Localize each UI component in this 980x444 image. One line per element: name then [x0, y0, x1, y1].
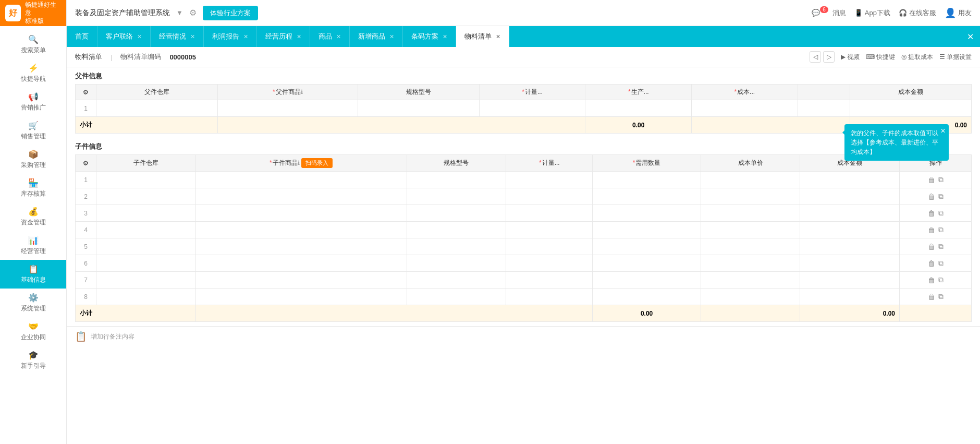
child-row-3-goods[interactable] [195, 205, 407, 222]
app-download-item[interactable]: 📱 App下载 [854, 8, 890, 18]
nav-tab-bom-close[interactable]: ✕ [496, 33, 500, 40]
nav-tab-ops-history[interactable]: 经营历程✕ [257, 26, 310, 47]
child-row-6-cost-unit-price[interactable] [701, 255, 800, 272]
scan-input-button[interactable]: 扫码录入 [301, 158, 333, 168]
sidebar-item-finance[interactable]: 💰资金管理 [0, 202, 66, 231]
child-row-3-delete-icon[interactable]: 🗑 [928, 209, 935, 218]
child-row-5-goods[interactable] [195, 238, 407, 255]
nav-tab-operations-status-close[interactable]: ✕ [190, 33, 195, 40]
dropdown-arrow-icon[interactable]: ▼ [176, 9, 183, 17]
extract-cost-button[interactable]: ◎ 提取成本 [901, 53, 933, 62]
child-row-2-delete-icon[interactable]: 🗑 [928, 193, 935, 201]
child-row-5-needed-qty[interactable] [593, 238, 701, 255]
sidebar-item-system[interactable]: ⚙️系统管理 [0, 289, 66, 317]
child-row-1-goods[interactable] [195, 172, 407, 188]
child-row-8-spec[interactable] [407, 289, 506, 305]
parent-row-1-production[interactable] [585, 100, 692, 117]
child-row-7-delete-icon[interactable]: 🗑 [928, 276, 935, 284]
child-row-4-unit[interactable] [506, 222, 593, 238]
child-row-1-needed-qty[interactable] [593, 172, 701, 188]
shortcut-button[interactable]: ⌨ 快捷键 [866, 53, 895, 62]
child-row-4-warehouse[interactable] [96, 222, 196, 238]
child-row-4-goods[interactable] [195, 222, 407, 238]
sidebar-item-purchase[interactable]: 📦采购管理 [0, 145, 66, 174]
child-row-3-unit[interactable] [506, 205, 593, 222]
parent-row-1-cost-amount[interactable] [850, 100, 971, 117]
child-row-2-cost-unit-price[interactable] [701, 188, 800, 205]
child-row-8-goods[interactable] [195, 289, 407, 305]
nav-tab-new-goods-close[interactable]: ✕ [389, 33, 394, 40]
parent-row-1-cost[interactable] [692, 100, 798, 117]
child-row-8-copy-icon[interactable]: ⧉ [938, 292, 944, 301]
online-service-item[interactable]: 🎧 在线客服 [899, 8, 936, 18]
nav-close-all-button[interactable]: ✕ [961, 32, 980, 42]
child-row-1-copy-icon[interactable]: ⧉ [938, 175, 944, 184]
view-button[interactable]: ▶ 视频 [841, 53, 860, 62]
child-row-6-unit[interactable] [506, 255, 593, 272]
child-row-5-warehouse[interactable] [96, 238, 196, 255]
child-row-1-delete-icon[interactable]: 🗑 [928, 176, 935, 184]
child-row-6-delete-icon[interactable]: 🗑 [928, 259, 935, 268]
user-item[interactable]: 👤 用友 [945, 7, 972, 19]
child-row-1-cost-amount[interactable] [800, 172, 900, 188]
tooltip-close-button[interactable]: ✕ [940, 126, 946, 136]
child-row-7-warehouse[interactable] [96, 272, 196, 289]
child-row-3-copy-icon[interactable]: ⧉ [938, 209, 944, 218]
nav-tab-barcode[interactable]: 条码方案✕ [403, 26, 456, 47]
child-row-8-delete-icon[interactable]: 🗑 [928, 293, 935, 301]
child-row-1-unit[interactable] [506, 172, 593, 188]
child-row-8-needed-qty[interactable] [593, 289, 701, 305]
child-row-8-unit[interactable] [506, 289, 593, 305]
nav-tab-profit[interactable]: 利润报告✕ [204, 26, 257, 47]
child-row-3-cost-unit-price[interactable] [701, 205, 800, 222]
parent-row-1-spec[interactable] [358, 100, 479, 117]
child-row-1-warehouse[interactable] [96, 172, 196, 188]
sidebar-item-marketing[interactable]: 📢营销推广 [0, 88, 66, 116]
child-th-settings[interactable]: ⚙ [76, 155, 96, 172]
parent-row-1-warehouse[interactable] [96, 100, 218, 117]
child-row-7-goods[interactable] [195, 272, 407, 289]
child-row-5-delete-icon[interactable]: 🗑 [928, 243, 935, 251]
child-row-6-cost-amount[interactable] [800, 255, 900, 272]
child-row-4-needed-qty[interactable] [593, 222, 701, 238]
sidebar-item-operations[interactable]: 📊经营管理 [0, 231, 66, 260]
sidebar-item-enterprise[interactable]: 🤝企业协同 [0, 317, 66, 346]
child-row-5-copy-icon[interactable]: ⧉ [938, 242, 944, 251]
child-row-4-copy-icon[interactable]: ⧉ [938, 225, 944, 234]
parent-row-1-unit[interactable] [479, 100, 585, 117]
child-row-2-warehouse[interactable] [96, 188, 196, 205]
nav-tab-new-goods[interactable]: 新增商品✕ [350, 26, 403, 47]
trial-button[interactable]: 体验行业方案 [203, 6, 258, 20]
child-row-2-needed-qty[interactable] [593, 188, 701, 205]
breadcrumb-bom[interactable]: 物料清单 [75, 52, 102, 62]
child-row-1-cost-unit-price[interactable] [701, 172, 800, 188]
child-row-3-spec[interactable] [407, 205, 506, 222]
child-row-1-spec[interactable] [407, 172, 506, 188]
child-row-8-warehouse[interactable] [96, 289, 196, 305]
sidebar-item-guide[interactable]: 🎓新手引导 [0, 346, 66, 375]
single-settings-button[interactable]: ☰ 单据设置 [939, 53, 972, 62]
child-row-7-needed-qty[interactable] [593, 272, 701, 289]
nav-tab-profit-close[interactable]: ✕ [243, 33, 248, 40]
sidebar-item-basic-info[interactable]: 📋基础信息 [0, 260, 66, 289]
child-row-7-copy-icon[interactable]: ⧉ [938, 275, 944, 284]
parent-th-settings[interactable]: ⚙ [76, 85, 96, 100]
nav-prev-button[interactable]: ◁ [810, 51, 821, 63]
child-row-7-cost-unit-price[interactable] [701, 272, 800, 289]
child-row-5-spec[interactable] [407, 238, 506, 255]
child-row-6-needed-qty[interactable] [593, 255, 701, 272]
sidebar-item-quick-nav[interactable]: ⚡快捷导航 [0, 59, 66, 88]
message-item[interactable]: 💬 6 消息 [812, 8, 846, 18]
child-row-2-unit[interactable] [506, 188, 593, 205]
child-row-4-delete-icon[interactable]: 🗑 [928, 226, 935, 234]
nav-next-button[interactable]: ▷ [823, 51, 835, 63]
parent-row-1-goods[interactable] [218, 100, 358, 117]
sidebar-item-search[interactable]: 🔍搜索菜单 [0, 30, 66, 59]
child-row-3-cost-amount[interactable] [800, 205, 900, 222]
child-row-3-needed-qty[interactable] [593, 205, 701, 222]
child-row-6-goods[interactable] [195, 255, 407, 272]
settings-icon[interactable]: ⚙ [189, 8, 197, 18]
child-row-5-cost-amount[interactable] [800, 238, 900, 255]
child-row-6-copy-icon[interactable]: ⧉ [938, 259, 944, 268]
nav-tab-home[interactable]: 首页 [67, 26, 97, 47]
